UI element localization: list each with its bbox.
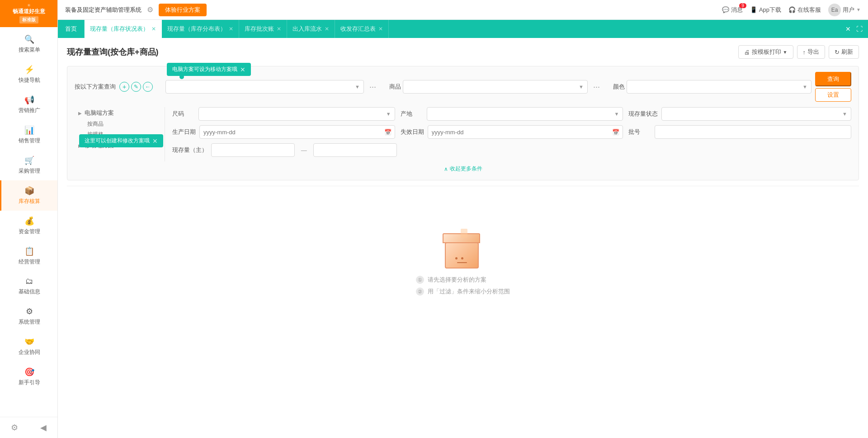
tooltip-pc-scheme-close[interactable]: ✕ xyxy=(240,66,245,73)
enterprise-icon: 🤝 xyxy=(24,337,34,347)
sidebar-item-label: 企业协同 xyxy=(19,349,40,356)
sidebar-item-sales[interactable]: 📊 销售管理 xyxy=(0,120,57,150)
tab-inventory-status[interactable]: 现存量（库存状况表） ✕ xyxy=(85,20,162,38)
sidebar-item-marketing[interactable]: 📢 营销推广 xyxy=(0,89,57,120)
refresh-btn[interactable]: ↻ 刷新 xyxy=(829,45,859,59)
search-menu-icon: 🔍 xyxy=(24,34,34,44)
sidebar-item-purchase[interactable]: 🛒 采购管理 xyxy=(0,150,57,180)
app-download-btn[interactable]: 📱 App下载 xyxy=(750,6,781,14)
collapse-more-btn[interactable]: ∧ 收起更多条件 xyxy=(75,161,851,174)
color-select[interactable]: ▼ xyxy=(627,80,811,94)
sidebar-item-enterprise[interactable]: 🤝 企业协同 xyxy=(0,331,57,362)
export-label: 导出 xyxy=(807,48,819,56)
tab-collect-summary-close[interactable]: ✕ xyxy=(378,26,383,32)
tooltip-connector-dot xyxy=(179,75,184,79)
app-tag: 标准版 xyxy=(19,16,38,24)
batch-input[interactable] xyxy=(655,125,851,139)
sidebar-item-quick-nav[interactable]: ⚡ 快捷导航 xyxy=(0,59,57,89)
app-logo: 6 畅通道好生意 标准版 xyxy=(0,0,57,27)
box-mouth xyxy=(457,262,467,263)
sidebar-item-newbie[interactable]: 🎯 新手引导 xyxy=(0,362,57,392)
industry-solution-btn[interactable]: 体验行业方案 xyxy=(159,4,207,16)
box-body xyxy=(445,242,479,268)
tooltip-create-scheme-text: 这里可以创建和修改方案哦 xyxy=(85,137,150,145)
sidebar-item-label: 采购管理 xyxy=(19,167,40,175)
topbar-right: 💬 消息 9 📱 App下载 🎧 在线客服 Ea 用户 ▼ xyxy=(722,4,861,16)
goods-dots-icon[interactable]: ··· xyxy=(591,82,609,92)
sidebar-item-basic[interactable]: 🗂 基础信息 xyxy=(0,271,57,301)
message-icon: 💬 xyxy=(722,6,729,13)
production-date-input[interactable] xyxy=(199,125,395,139)
back-btn[interactable]: ← xyxy=(143,82,153,92)
tooltip-create-scheme-close[interactable]: ✕ xyxy=(152,137,158,145)
sales-icon: 📊 xyxy=(24,125,34,135)
tab-inventory-status-close[interactable]: ✕ xyxy=(151,26,156,32)
sidebar-item-label: 搜索菜单 xyxy=(19,46,40,54)
sidebar: 6 畅通道好生意 标准版 🔍 搜索菜单 ⚡ 快捷导航 📢 营销推广 📊 销售管理… xyxy=(0,0,58,438)
sidebar-item-label: 资金管理 xyxy=(19,228,40,235)
tab-in-out-flow-close[interactable]: ✕ xyxy=(325,26,329,32)
tab-inventory-status-label: 现存量（库存状况表） xyxy=(90,25,149,33)
calendar-icon-2[interactable]: 📅 xyxy=(612,129,619,136)
operations-icon: 📋 xyxy=(24,246,34,256)
stock-status-select[interactable]: ▼ xyxy=(661,107,851,121)
tooltip-create-scheme: 这里可以创建和修改方案哦 ✕ xyxy=(79,134,163,147)
sidebar-item-finance[interactable]: 💰 资金管理 xyxy=(0,211,57,241)
tab-home[interactable]: 首页 xyxy=(58,20,85,38)
sidebar-item-operations[interactable]: 📋 经营管理 xyxy=(0,241,57,271)
tab-inventory-dist-close[interactable]: ✕ xyxy=(229,26,233,32)
online-service-btn[interactable]: 🎧 在线客服 xyxy=(788,6,821,14)
user-btn[interactable]: Ea 用户 ▼ xyxy=(828,4,861,16)
tab-maximize-icon[interactable]: ⛶ xyxy=(854,24,864,34)
tab-close-all-icon[interactable]: ✕ xyxy=(844,24,853,34)
settings-filter-btn[interactable]: 设置 xyxy=(815,88,851,102)
refresh-icon: ↻ xyxy=(835,49,840,56)
svg-text:6: 6 xyxy=(28,5,29,6)
warehouse-dots-icon[interactable]: ··· xyxy=(368,82,386,92)
sidebar-item-label: 新手引导 xyxy=(19,379,40,386)
sidebar-nav: 🔍 搜索菜单 ⚡ 快捷导航 📢 营销推广 📊 销售管理 🛒 采购管理 📦 库存核… xyxy=(0,27,57,417)
tab-batch-account[interactable]: 库存批次账 ✕ xyxy=(239,20,287,38)
warehouse-select[interactable]: ▼ xyxy=(165,80,364,94)
sidebar-item-system[interactable]: ⚙ 系统管理 xyxy=(0,301,57,331)
tab-batch-account-close[interactable]: ✕ xyxy=(277,26,281,32)
stock-main-input-to[interactable] xyxy=(313,143,397,157)
sidebar-item-search-menu[interactable]: 🔍 搜索菜单 xyxy=(0,29,57,59)
tab-in-out-flow[interactable]: 出入库流水 ✕ xyxy=(287,20,335,38)
add-scheme-btn[interactable]: + xyxy=(119,82,129,92)
sidebar-item-inventory[interactable]: 📦 库存核算 xyxy=(0,180,57,211)
print-label: 按模板打印 xyxy=(752,48,781,56)
print-btn[interactable]: 🖨 按模板打印 ▼ xyxy=(738,45,793,59)
empty-tip-1: ① 请先选择要分析的方案 xyxy=(416,276,510,284)
topbar-gear-icon[interactable]: ⚙ xyxy=(147,5,153,14)
quick-nav-icon: ⚡ xyxy=(24,65,34,75)
production-date-label: 生产日期 xyxy=(172,128,196,136)
message-btn[interactable]: 💬 消息 9 xyxy=(722,6,743,14)
system-icon: ⚙ xyxy=(26,306,33,316)
tooltip-pc-scheme: 电脑方案可设为移动方案哦 ✕ xyxy=(167,63,251,76)
system-name: 装备及固定资产辅助管理系统 xyxy=(65,6,142,14)
topbar-left: 装备及固定资产辅助管理系统 ⚙ 体验行业方案 xyxy=(65,4,207,16)
edit-scheme-btn[interactable]: ✎ xyxy=(131,82,141,92)
tab-home-label: 首页 xyxy=(65,25,77,33)
calendar-icon-1[interactable]: 📅 xyxy=(384,129,392,136)
settings-bottom-icon[interactable]: ⚙ xyxy=(11,423,18,433)
size-select[interactable]: ▼ xyxy=(198,107,395,121)
export-btn[interactable]: ↑ 导出 xyxy=(797,45,826,59)
tab-inventory-dist[interactable]: 现存量（库存分布表） ✕ xyxy=(162,20,239,38)
print-icon: 🖨 xyxy=(744,49,750,56)
goods-select[interactable]: ▼ xyxy=(403,80,588,94)
scheme-pc[interactable]: ▶ 电脑端方案 xyxy=(75,107,161,119)
expiry-date-input[interactable] xyxy=(428,125,623,139)
page-header: 现存量查询(按仓库+商品) 🖨 按模板打印 ▼ ↑ 导出 ↻ 刷新 xyxy=(67,45,859,59)
origin-select[interactable]: ▼ xyxy=(427,107,623,121)
scheme-sub-by-goods[interactable]: 按商品 xyxy=(84,119,161,129)
box-eye-left xyxy=(455,257,458,259)
search-btn[interactable]: 查询 xyxy=(815,72,851,86)
tab-collect-summary[interactable]: 收发存汇总表 ✕ xyxy=(335,20,389,38)
tab-collect-summary-label: 收发存汇总表 xyxy=(340,25,376,33)
collapse-sidebar-icon[interactable]: ◀ xyxy=(40,423,47,433)
tip-num-2: ② xyxy=(416,287,424,296)
chevron-down-icon: ▼ xyxy=(783,50,788,55)
stock-main-input-from[interactable] xyxy=(211,143,295,157)
